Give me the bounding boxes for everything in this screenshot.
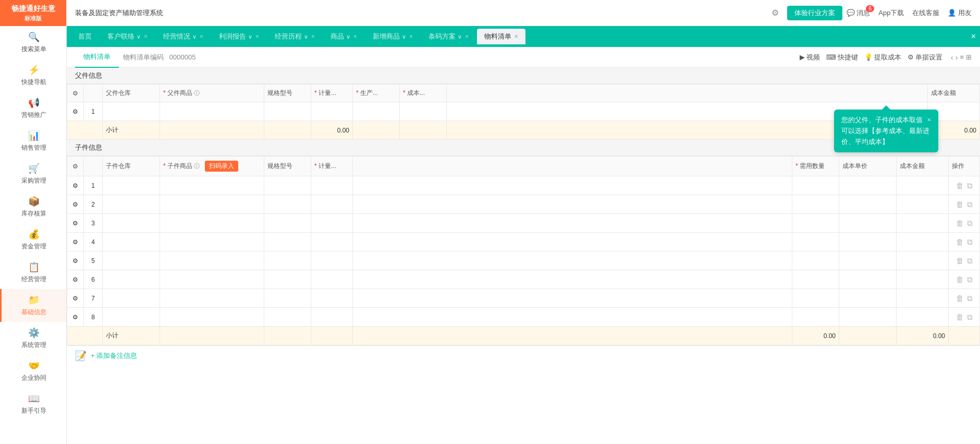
tab-profit[interactable]: 利润报告 ∨ × [212, 29, 266, 44]
sidebar-item-operations[interactable]: 📋 经营管理 [0, 256, 66, 289]
plus-view-icon[interactable]: ⊞ [966, 53, 972, 62]
child-row-spec[interactable] [264, 308, 311, 327]
child-row-warehouse[interactable] [103, 289, 160, 308]
child-row-unit-price[interactable] [839, 289, 897, 308]
sidebar-item-purchase[interactable]: 🛒 采购管理 [0, 158, 66, 190]
sidebar-item-finance[interactable]: 💰 资金管理 [0, 223, 66, 256]
delete-icon[interactable]: 🗑 [956, 237, 964, 247]
add-note-button[interactable]: + 添加备注信息 [91, 351, 137, 361]
copy-icon[interactable]: ⧉ [967, 313, 973, 322]
child-row-qty[interactable] [792, 214, 839, 233]
child-row-product[interactable] [160, 195, 264, 214]
scan-input-button[interactable]: 扫码录入 [205, 161, 238, 172]
sidebar-item-inventory[interactable]: 📦 库存核算 [0, 190, 66, 223]
tooltip-close-button[interactable]: × [927, 115, 931, 126]
delete-icon[interactable]: 🗑 [956, 294, 964, 303]
copy-icon[interactable]: ⧉ [967, 294, 973, 303]
child-row-product[interactable] [160, 176, 264, 195]
user-avatar[interactable]: 👤 用友 [948, 8, 972, 18]
child-row-unit-price[interactable] [839, 176, 897, 195]
child-row-product[interactable] [160, 289, 264, 308]
close-icon[interactable]: × [465, 33, 469, 40]
sidebar-item-marketing[interactable]: 📢 营销推广 [0, 92, 66, 125]
child-row-qty[interactable] [792, 270, 839, 289]
delete-icon[interactable]: 🗑 [956, 313, 964, 322]
shortcut-btn[interactable]: ⌨ 快捷键 [826, 53, 858, 62]
parent-row-cost[interactable] [400, 102, 447, 121]
close-icon[interactable]: × [514, 33, 518, 40]
child-row-qty[interactable] [792, 233, 839, 251]
child-row-product[interactable] [160, 308, 264, 327]
child-row-spec[interactable] [264, 214, 311, 233]
sidebar-item-enterprise[interactable]: 🤝 企业协同 [0, 355, 66, 388]
child-row-unit-price[interactable] [839, 214, 897, 233]
copy-icon[interactable]: ⧉ [967, 219, 973, 228]
parent-row-warehouse[interactable] [103, 102, 160, 121]
copy-icon[interactable]: ⧉ [967, 200, 973, 209]
child-row-product[interactable] [160, 270, 264, 289]
tab-customers[interactable]: 客户联络 ∨ × [100, 29, 155, 44]
tab-home[interactable]: 首页 [71, 29, 99, 44]
child-row-qty[interactable] [792, 251, 839, 270]
child-row-spec[interactable] [264, 233, 311, 251]
child-row-unit-price[interactable] [839, 270, 897, 289]
tab-products[interactable]: 商品 ∨ × [323, 29, 364, 44]
child-row-unit[interactable] [311, 214, 353, 233]
delete-icon[interactable]: 🗑 [956, 219, 964, 228]
sidebar-item-guide[interactable]: 📖 新手引导 [0, 388, 66, 421]
child-row-unit-price[interactable] [839, 251, 897, 270]
prev-arrow-icon[interactable]: ‹ [951, 53, 953, 62]
child-row-unit[interactable] [311, 251, 353, 270]
child-row-unit[interactable] [311, 270, 353, 289]
sidebar-item-system[interactable]: ⚙️ 系统管理 [0, 322, 66, 355]
child-row-unit[interactable] [311, 195, 353, 214]
app-download-link[interactable]: App下载 [878, 8, 904, 18]
child-row-warehouse[interactable] [103, 251, 160, 270]
close-icon[interactable]: × [255, 33, 259, 40]
subtab-bom-list[interactable]: 物料清单 [75, 47, 119, 68]
grid-view-icon[interactable]: ≡ [960, 53, 964, 62]
child-row-spec[interactable] [264, 289, 311, 308]
close-icon[interactable]: × [200, 33, 203, 40]
child-row-product[interactable] [160, 233, 264, 251]
close-icon[interactable]: × [144, 33, 148, 40]
child-row-qty[interactable] [792, 289, 839, 308]
view-video-btn[interactable]: ▶ 视频 [800, 53, 820, 62]
delete-icon[interactable]: 🗑 [956, 256, 964, 266]
copy-icon[interactable]: ⧉ [967, 256, 973, 266]
child-row-unit[interactable] [311, 308, 353, 327]
delete-icon[interactable]: 🗑 [956, 275, 964, 284]
tab-bom[interactable]: 物料清单 × [477, 29, 525, 44]
copy-icon[interactable]: ⧉ [967, 181, 973, 190]
child-row-qty[interactable] [792, 176, 839, 195]
sidebar-item-search[interactable]: 🔍 搜索菜单 [0, 26, 66, 59]
tab-new-product[interactable]: 新增商品 ∨ × [365, 29, 420, 44]
delete-icon[interactable]: 🗑 [956, 181, 964, 190]
close-icon[interactable]: × [353, 33, 357, 40]
delete-icon[interactable]: 🗑 [956, 200, 964, 209]
close-icon[interactable]: × [311, 33, 315, 40]
tab-business[interactable]: 经营情况 ∨ × [156, 29, 211, 44]
copy-icon[interactable]: ⧉ [967, 275, 973, 284]
child-row-warehouse[interactable] [103, 195, 160, 214]
child-row-warehouse[interactable] [103, 308, 160, 327]
next-arrow-icon[interactable]: › [956, 53, 958, 62]
child-row-warehouse[interactable] [103, 176, 160, 195]
tab-barcode[interactable]: 条码方案 ∨ × [421, 29, 476, 44]
parent-row-product[interactable] [160, 102, 264, 121]
sidebar-item-quick-nav[interactable]: ⚡ 快捷导航 [0, 59, 66, 92]
single-settings-btn[interactable]: ⚙ 单据设置 [908, 53, 942, 62]
sidebar-item-sales[interactable]: 📊 销售管理 [0, 125, 66, 158]
tab-history[interactable]: 经营历程 ∨ × [267, 29, 322, 44]
child-row-qty[interactable] [792, 308, 839, 327]
global-close-icon[interactable]: × [971, 32, 976, 41]
notification-bell[interactable]: 💬 消息 6 [847, 8, 871, 18]
child-row-warehouse[interactable] [103, 270, 160, 289]
child-row-product[interactable] [160, 251, 264, 270]
parent-row-unit[interactable] [311, 102, 353, 121]
child-row-warehouse[interactable] [103, 214, 160, 233]
child-row-unit[interactable] [311, 289, 353, 308]
child-row-product[interactable] [160, 214, 264, 233]
child-row-qty[interactable] [792, 195, 839, 214]
trial-button[interactable]: 体验行业方案 [787, 6, 842, 20]
